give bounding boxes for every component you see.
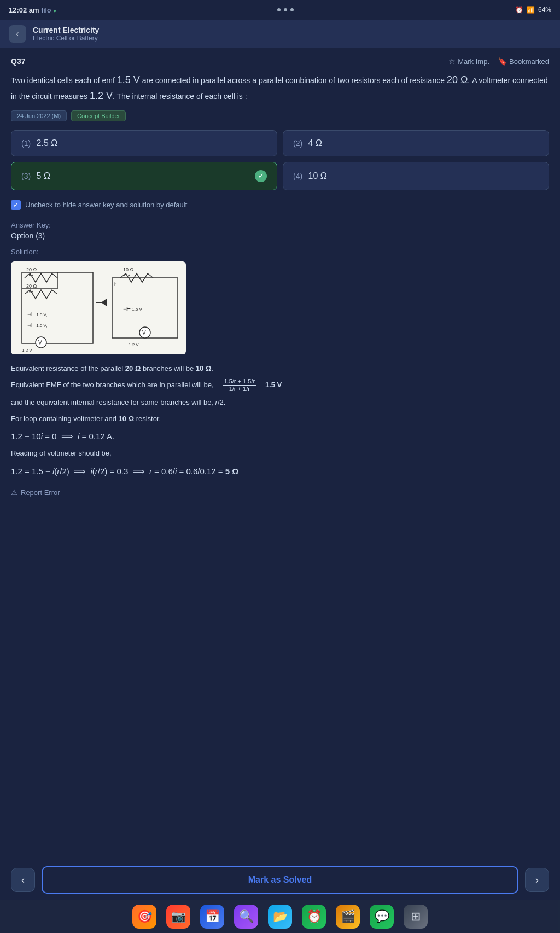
answer-key-checkbox[interactable]: ✓: [11, 200, 21, 210]
dock-icon-6[interactable]: ⏰: [302, 905, 326, 929]
question-actions: ☆ Mark Imp. 🔖 Bookmarked: [448, 57, 549, 66]
svg-text:10 Ω: 10 Ω: [123, 267, 134, 272]
solution-formula-1: 1.2 − 10i = 0 ⟹ i = 0.12 A.: [11, 428, 549, 445]
solution-section: Solution: 20 Ω ●●● 20 Ω ●●● ⊣⊢ 1.5 V, r: [11, 248, 549, 480]
dock-icon-7[interactable]: 🎬: [336, 905, 360, 929]
dock-icon-3[interactable]: 📅: [200, 905, 224, 929]
dock-icon-2[interactable]: 📷: [166, 905, 190, 929]
svg-text:V: V: [142, 330, 146, 336]
next-icon: ›: [535, 874, 539, 886]
solution-line-1: Equivalent resistance of the parallel 20…: [11, 362, 549, 375]
svg-text:20 Ω: 20 Ω: [26, 283, 37, 289]
solution-line-3: and the equivalent internal resistance f…: [11, 396, 549, 409]
next-button[interactable]: ›: [525, 868, 549, 892]
star-icon: ☆: [448, 57, 456, 66]
answer-key-section: Answer Key: Option (3): [11, 221, 549, 240]
signal-icon: 📶: [527, 6, 535, 14]
svg-text:●●●: ●●●: [26, 289, 33, 293]
dock-icon-4[interactable]: 🔍: [234, 905, 258, 929]
solution-label: Solution:: [11, 248, 549, 256]
dock-icon-1[interactable]: 🎯: [132, 905, 156, 929]
svg-text:20 Ω: 20 Ω: [26, 267, 37, 272]
svg-text:⊣⊢ 1.5 V: ⊣⊢ 1.5 V: [123, 307, 143, 312]
question-text: Two identical cells each of emf 1.5 V ar…: [11, 72, 549, 104]
dock: 🎯 📷 📅 🔍 📂 ⏰ 🎬 💬 ⊞: [0, 900, 560, 933]
bookmark-button[interactable]: 🔖 Bookmarked: [498, 57, 549, 66]
tags-row: 24 Jun 2022 (M) Concept Builder: [11, 110, 549, 121]
question-number: Q37: [11, 57, 25, 66]
solution-formula-2: 1.2 = 1.5 − i(r/2) ⟹ i(r/2) = 0.3 ⟹ r = …: [11, 463, 549, 480]
svg-text:●●●: ●●●: [123, 273, 130, 277]
bottom-bar: ‹ Mark as Solved ›: [0, 860, 560, 900]
answer-key-label: Answer Key:: [11, 221, 549, 229]
concept-tag: Concept Builder: [71, 110, 126, 121]
warning-icon: ⚠: [11, 488, 18, 497]
mark-imp-button[interactable]: ☆ Mark Imp.: [448, 57, 489, 66]
options-grid: (1) 2.5 Ω (2) 4 Ω (3) 5 Ω ✓ (4) 10 Ω: [11, 130, 549, 190]
report-error-button[interactable]: ⚠ Report Error: [11, 488, 549, 497]
checkbox-row: ✓ Uncheck to hide answer key and solutio…: [11, 200, 549, 210]
svg-text:1.2 V: 1.2 V: [22, 348, 32, 353]
dock-icon-8[interactable]: 💬: [370, 905, 394, 929]
nav-title-container: Current Electricity Electric Cell or Bat…: [33, 26, 99, 42]
solution-line-5: Reading of voltmeter should be,: [11, 447, 549, 459]
dock-icon-5[interactable]: 📂: [268, 905, 292, 929]
clock-icon: ⏰: [515, 6, 523, 14]
status-icons: ⏰ 📶 64%: [515, 6, 551, 14]
checkbox-label: Uncheck to hide answer key and solution …: [25, 201, 187, 209]
svg-text:●●●: ●●●: [26, 273, 33, 277]
option-1[interactable]: (1) 2.5 Ω: [11, 130, 277, 156]
answer-key-value: Option (3): [11, 231, 549, 240]
solution-line-2: Equivalent EMF of the two branches which…: [11, 378, 549, 393]
prev-button[interactable]: ‹: [11, 868, 35, 892]
option-4[interactable]: (4) 10 Ω: [283, 162, 549, 190]
nav-title-sub: Electric Cell or Battery: [33, 34, 99, 42]
prev-icon: ‹: [21, 874, 25, 886]
back-button[interactable]: ‹: [9, 25, 26, 43]
svg-text:i↑: i↑: [114, 282, 118, 287]
correct-check-icon: ✓: [255, 170, 267, 182]
bookmark-icon: 🔖: [498, 57, 507, 66]
circuit-svg: 20 Ω ●●● 20 Ω ●●● ⊣⊢ 1.5 V, r ⊣⊢ 1.5 V, …: [11, 261, 186, 354]
mark-solved-button[interactable]: Mark as Solved: [42, 866, 518, 894]
nav-title-main: Current Electricity: [33, 26, 99, 34]
svg-text:1.2 V: 1.2 V: [129, 342, 139, 347]
option-2[interactable]: (2) 4 Ω: [283, 130, 549, 156]
main-content: Q37 ☆ Mark Imp. 🔖 Bookmarked Two identic…: [0, 48, 560, 505]
svg-text:V: V: [38, 340, 42, 346]
status-bar: 12:02 am filo ● ⏰ 📶 64%: [0, 0, 560, 20]
battery-label: 64%: [538, 6, 551, 14]
status-dots: [277, 8, 294, 11]
dock-icon-9[interactable]: ⊞: [404, 905, 428, 929]
solution-line-4: For loop containing voltmeter and 10 Ω r…: [11, 412, 549, 425]
option-3[interactable]: (3) 5 Ω ✓: [11, 162, 277, 190]
question-header: Q37 ☆ Mark Imp. 🔖 Bookmarked: [11, 57, 549, 66]
circuit-diagram: 20 Ω ●●● 20 Ω ●●● ⊣⊢ 1.5 V, r ⊣⊢ 1.5 V, …: [11, 261, 186, 354]
svg-text:⊣⊢ 1.5 V, r: ⊣⊢ 1.5 V, r: [27, 323, 50, 328]
svg-text:⊣⊢ 1.5 V, r: ⊣⊢ 1.5 V, r: [27, 312, 50, 317]
status-time: 12:02 am filo ●: [9, 6, 56, 14]
date-tag: 24 Jun 2022 (M): [11, 110, 67, 121]
top-nav: ‹ Current Electricity Electric Cell or B…: [0, 20, 560, 48]
